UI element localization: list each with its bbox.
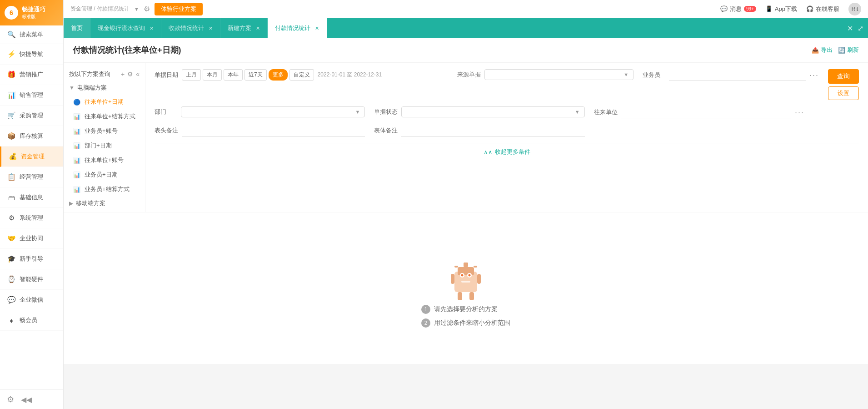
sidebar-item-purchase[interactable]: 🛒 采购管理 <box>0 106 63 126</box>
sidebar-item-system[interactable]: ⚙ 系统管理 <box>0 208 63 228</box>
tab-payment-close[interactable]: ✕ <box>315 25 319 31</box>
scheme-collapse-icon[interactable]: « <box>136 71 140 78</box>
header-note-input[interactable] <box>182 125 365 136</box>
tab-bank[interactable]: 现金银行流水查询✕ <box>90 18 161 38</box>
collapse-bar[interactable]: ∧∧ 收起更多条件 <box>155 143 859 161</box>
sidebar-item-member[interactable]: ♦ 畅会员 <box>0 310 63 331</box>
scheme-sidebar-actions: + ⚙ « <box>121 71 140 78</box>
sidebar-item-wechat[interactable]: 💬 企业微信 <box>0 290 63 310</box>
date-buttons: 上月 本月 本年 近7天 更多 自定义 2022-01-01 至 2022-12… <box>182 69 382 81</box>
tab-home-label: 首页 <box>71 24 83 32</box>
dept-chevron-icon: ▼ <box>355 109 360 115</box>
collapse-icon[interactable]: ◀◀ <box>21 395 32 404</box>
online-service-action[interactable]: 🎧 在线客服 <box>806 5 839 13</box>
custom-btn[interactable]: 自定义 <box>289 69 314 81</box>
scheme-item-salesman-account[interactable]: 📊 业务员+账号 <box>67 124 145 138</box>
tab-receipt[interactable]: 收款情况统计✕ <box>161 18 220 38</box>
salesman-account-icon: 📊 <box>73 127 81 135</box>
party-payment-icon: 📊 <box>73 112 81 121</box>
message-action[interactable]: 💬 消息 99+ <box>720 5 756 13</box>
body-note-input[interactable] <box>401 125 584 136</box>
scheme-item-party-date[interactable]: 🔵 往来单位+日期 <box>67 95 145 109</box>
mobile-schemes-category[interactable]: ▶ 移动端方案 <box>64 197 145 207</box>
date-filter: 单据日期 上月 本月 本年 近7天 更多 自定义 2022-01-01 至 20… <box>155 69 448 81</box>
scheme-item-salesman-date[interactable]: 📊 业务员+日期 <box>67 167 145 182</box>
sidebar: 6 畅捷通巧 标准版 🔍 搜索菜单 ⚡ 快捷导航 🎁 营销推广 📊 销售管理 🛒… <box>0 0 64 409</box>
scheme-settings-icon[interactable]: ⚙ <box>127 71 133 78</box>
close-all-icon[interactable]: ✕ <box>847 24 853 33</box>
sidebar-item-inventory[interactable]: 📦 库存核算 <box>0 126 63 146</box>
status-select[interactable]: ▼ <box>401 106 584 117</box>
sidebar-search[interactable]: 🔍 搜索菜单 <box>0 25 63 44</box>
svg-rect-1 <box>458 267 474 275</box>
tab-bank-close[interactable]: ✕ <box>150 25 154 31</box>
topbar-left: 资金管理 / 付款情况统计 ▼ ⚙ 体验行业方案 <box>70 3 203 15</box>
hardware-label: 智能硬件 <box>20 275 43 283</box>
tab-new-scheme-close[interactable]: ✕ <box>256 25 260 31</box>
salesman-dots-icon[interactable]: ··· <box>809 71 819 80</box>
sidebar-item-guide[interactable]: 🎓 新手引导 <box>0 249 63 269</box>
tab-receipt-close[interactable]: ✕ <box>209 25 213 31</box>
sidebar-item-hardware[interactable]: ⌚ 智能硬件 <box>0 269 63 290</box>
party-label: 往来单位 <box>594 108 618 116</box>
scheme-item-party-payment[interactable]: 📊 往来单位+结算方式 <box>67 109 145 124</box>
svg-rect-11 <box>454 266 458 268</box>
source-select[interactable]: ▼ <box>484 69 634 80</box>
sidebar-item-basic-info[interactable]: 🗃 基础信息 <box>0 187 63 208</box>
refresh-button[interactable]: 🔄 刷新 <box>838 46 859 54</box>
tab-new-scheme[interactable]: 新建方案✕ <box>220 18 268 38</box>
maximize-icon[interactable]: ⤢ <box>858 24 863 33</box>
sidebar-item-quick-nav[interactable]: ⚡ 快捷导航 <box>0 44 63 65</box>
app-download-action[interactable]: 📱 App下载 <box>765 5 797 13</box>
dept-select[interactable]: ▼ <box>181 106 365 117</box>
breadcrumb: 资金管理 / 付款情况统计 <box>70 5 130 13</box>
sales-icon: 📊 <box>7 91 16 100</box>
filter-container: 按以下方案查询 + ⚙ « ▼ 电脑端方案 🔵 往 <box>64 63 868 212</box>
party-dots-icon[interactable]: ··· <box>795 108 804 117</box>
last-month-btn[interactable]: 上月 <box>182 69 201 81</box>
sidebar-item-finance[interactable]: 💰 资金管理 <box>0 146 63 167</box>
scheme-item-salesman-payment[interactable]: 📊 业务员+结算方式 <box>67 182 145 197</box>
status-chevron-icon: ▼ <box>575 109 580 115</box>
enterprise-label: 企业协同 <box>20 234 43 242</box>
tab-payment[interactable]: 付款情况统计✕ <box>268 18 327 38</box>
user-avatar[interactable]: Rit <box>848 3 861 15</box>
empty-illustration <box>439 249 493 305</box>
filter-settings-button[interactable]: 设置 <box>828 86 859 100</box>
topbar-chevron-icon: ▼ <box>134 6 139 12</box>
scheme-item-party-account[interactable]: 📊 往来单位+账号 <box>67 153 145 167</box>
collapse-up-icon: ∧∧ <box>484 149 493 156</box>
this-month-btn[interactable]: 本月 <box>203 69 222 81</box>
trial-button[interactable]: 体验行业方案 <box>155 3 203 15</box>
last-7-days-btn[interactable]: 近7天 <box>244 69 267 81</box>
tab-payment-label: 付款情况统计 <box>275 24 310 32</box>
empty-tips: 1 请先选择要分析的方案 2 用过滤条件来缩小分析范围 <box>421 305 510 328</box>
party-payment-label: 往来单位+结算方式 <box>85 112 135 121</box>
add-scheme-icon[interactable]: + <box>121 71 125 78</box>
sidebar-item-enterprise[interactable]: 🤝 企业协同 <box>0 228 63 249</box>
tab-receipt-label: 收款情况统计 <box>169 24 204 32</box>
scheme-item-dept-date[interactable]: 📊 部门+日期 <box>67 138 145 153</box>
settings-icon[interactable]: ⚙ <box>7 394 14 404</box>
tab-home[interactable]: 首页 <box>64 18 90 38</box>
sidebar-item-operation[interactable]: 📋 经营管理 <box>0 167 63 187</box>
this-year-btn[interactable]: 本年 <box>224 69 243 81</box>
party-input[interactable] <box>621 106 791 118</box>
sidebar-footer: ⚙ ◀◀ <box>0 389 63 409</box>
scheme-sidebar: 按以下方案查询 + ⚙ « ▼ 电脑端方案 🔵 往 <box>64 63 145 212</box>
search-label: 搜索菜单 <box>20 30 43 39</box>
salesman-input[interactable] <box>669 69 806 81</box>
sidebar-item-sales[interactable]: 📊 销售管理 <box>0 85 63 106</box>
query-button[interactable]: 查询 <box>828 69 859 84</box>
export-button[interactable]: 📤 导出 <box>812 46 833 54</box>
pc-schemes-category[interactable]: ▼ 电脑端方案 <box>64 81 145 95</box>
more-btn[interactable]: 更多 <box>269 69 288 81</box>
operation-label: 经营管理 <box>20 173 43 181</box>
brand-name: 畅捷通巧 <box>22 5 45 14</box>
empty-tip-1: 1 请先选择要分析的方案 <box>421 305 510 314</box>
sidebar-item-marketing[interactable]: 🎁 营销推广 <box>0 65 63 85</box>
filter-row-3: 表头备注 表体备注 <box>155 125 859 136</box>
topbar-settings-icon[interactable]: ⚙ <box>144 5 150 13</box>
page-header: 付款情况统计(往来单位+日期) 📤 导出 🔄 刷新 <box>64 38 868 62</box>
dept-date-label: 部门+日期 <box>85 141 112 150</box>
